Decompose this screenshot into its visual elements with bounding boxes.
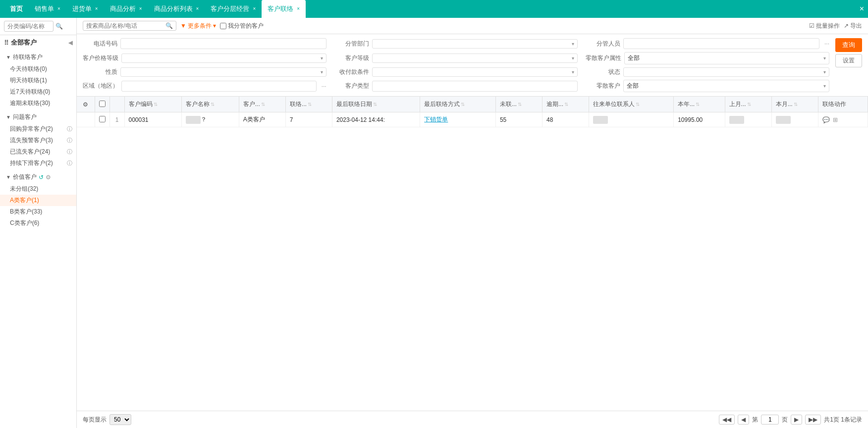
sidebar-item-tomorrow[interactable]: 明天待联络(1) [0, 75, 76, 86]
sidebar-collapse-icon[interactable]: ◀ [68, 40, 72, 46]
grid-action-icon[interactable]: ⊞ [833, 116, 838, 123]
settings-button[interactable]: 设置 [835, 54, 862, 67]
export-button[interactable]: ↗ 导出 [844, 22, 862, 30]
prev-page-button[interactable]: ◀ [738, 415, 749, 425]
nav-sales-close[interactable]: × [57, 0, 60, 18]
nav-product-analysis[interactable]: 商品分析 × [104, 0, 148, 18]
nav-product-analysis-list[interactable]: 商品分析列表 × [148, 0, 205, 18]
action-icons: 💬 ⊞ [822, 116, 864, 123]
chat-action-icon[interactable]: 💬 [822, 116, 830, 123]
nav-customer-contact[interactable]: 客户联络 × [262, 0, 306, 18]
sidebar-item-7days[interactable]: 近7天待联络(0) [0, 86, 76, 98]
col-last-contact-method[interactable]: 最后联络方式 ⇅ [420, 97, 496, 112]
department-select[interactable]: ▾ [372, 39, 578, 49]
region-input[interactable] [121, 81, 317, 92]
col-last-month[interactable]: 上月... ⇅ [725, 97, 771, 112]
my-customers-checkbox[interactable] [220, 23, 226, 29]
customer-level-label: 客户等级 [334, 54, 369, 62]
row-customer-name-cell: ？ [182, 112, 239, 127]
nav-home[interactable]: 首页 [4, 0, 29, 18]
tomorrow-contact-label: 明天待联络(1) [10, 76, 47, 85]
last-contact-method-link[interactable]: 下销货单 [424, 116, 448, 123]
col-contact[interactable]: 联络... ⇅ [285, 97, 332, 112]
next-page-button[interactable]: ▶ [791, 415, 802, 425]
search-input[interactable] [86, 22, 165, 29]
nav-product-analysis-label: 商品分析 [110, 0, 136, 18]
sidebar-item-ungrouped[interactable]: 未分组(32) [0, 183, 76, 195]
nav-customer-tier[interactable]: 客户分层经营 × [205, 0, 262, 18]
pending-contact-title[interactable]: ▼ 待联络客户 [0, 51, 76, 63]
sidebar-item-class-a[interactable]: A类客户(1) [0, 195, 76, 206]
col-customer-name[interactable]: 客户名称 ⇅ [182, 97, 239, 112]
nav-purchase[interactable]: 进货单 × [66, 0, 104, 18]
sidebar-all-customers-header[interactable]: ⠿ 全部客户 ◀ [0, 35, 76, 50]
value-customers-title[interactable]: ▼ 价值客户 ↺ ⚙ [0, 171, 76, 183]
nav-sales[interactable]: 销售单 × [29, 0, 66, 18]
last-page-button[interactable]: ▶▶ [805, 415, 821, 425]
nav-product-analysis-close[interactable]: × [139, 0, 142, 18]
nature-chevron-icon: ▾ [321, 69, 323, 75]
col-settings[interactable]: ⚙ [77, 97, 95, 112]
more-filters-button[interactable]: ▼ 更多条件 ▾ [180, 22, 216, 30]
batch-op-icon: ☑ [809, 22, 814, 29]
pending-contact-group: ▼ 待联络客户 今天待联络(0) 明天待联络(1) 近7天待联络(0) 逾期未联… [0, 50, 76, 110]
payment-select[interactable]: ▾ [372, 67, 578, 77]
select-all-checkbox[interactable] [99, 101, 106, 107]
col-overdue[interactable]: 逾期... ⇅ [542, 97, 589, 112]
price-level-select[interactable]: ▾ [121, 54, 326, 63]
col-this-year[interactable]: 本年... ⇅ [674, 97, 725, 112]
price-level-chevron-icon: ▾ [321, 55, 323, 61]
refresh-icon[interactable]: ↺ [39, 174, 44, 181]
sidebar-item-class-b[interactable]: B类客户(33) [0, 206, 76, 217]
first-page-button[interactable]: ◀◀ [719, 415, 735, 425]
contact-col-label: 联络... [290, 100, 307, 108]
query-button[interactable]: 查询 [835, 38, 862, 52]
sidebar-item-churn-warning[interactable]: 流失预警客户(3) ⓘ [0, 135, 76, 146]
footer-left: 每页显示 50 [83, 414, 131, 425]
retail-customer-select[interactable]: 全部 ▾ [623, 80, 829, 92]
row-checkbox[interactable] [99, 116, 106, 122]
nav-customer-tier-close[interactable]: × [253, 0, 256, 18]
settings-icon[interactable]: ⚙ [46, 174, 51, 181]
nature-select[interactable]: ▾ [120, 67, 326, 77]
class-c-label: C类客户(6) [10, 219, 39, 227]
filter-department: 分管部门 ▾ [334, 38, 578, 49]
nav-product-analysis-list-close[interactable]: × [196, 0, 199, 18]
sidebar-item-repurchase-abnormal[interactable]: 回购异常客户(2) ⓘ [0, 123, 76, 135]
class-b-label: B类客户(33) [10, 208, 42, 216]
col-unit-contact[interactable]: 往来单位联系人 ⇅ [589, 97, 674, 112]
filter-phone: 电话号码 [83, 38, 326, 49]
nav-customer-contact-close[interactable]: × [297, 0, 300, 18]
status-select[interactable]: ▾ [623, 67, 829, 77]
window-close-icon[interactable]: × [860, 4, 864, 13]
problem-customers-title[interactable]: ▼ 问题客户 [0, 111, 76, 123]
sidebar-item-class-c[interactable]: C类客户(6) [0, 217, 76, 229]
sidebar-item-today[interactable]: 今天待联络(0) [0, 63, 76, 75]
page-size-select[interactable]: 50 [109, 414, 131, 425]
col-customer-code[interactable]: 客户编码 ⇅ [124, 97, 182, 112]
col-this-month[interactable]: 本月... ⇅ [771, 97, 818, 112]
page-number-input[interactable] [761, 415, 779, 425]
my-customers-checkbox-label[interactable]: 我分管的客户 [220, 22, 264, 30]
nav-customer-contact-label: 客户联络 [268, 0, 293, 18]
retail-attr-chevron-icon: ▾ [823, 55, 826, 61]
customer-level-select[interactable]: ▾ [372, 54, 578, 63]
sidebar-item-overdue[interactable]: 逾期未联络(30) [0, 98, 76, 109]
sidebar-search-icon[interactable]: 🔍 [55, 23, 63, 30]
col-customer-type[interactable]: 客户... ⇅ [239, 97, 285, 112]
col-last-contact-date[interactable]: 最后联络日期 ⇅ [332, 97, 420, 112]
phone-input[interactable] [120, 38, 326, 49]
sidebar-search-input[interactable] [4, 21, 54, 32]
nav-purchase-close[interactable]: × [95, 0, 98, 18]
filter-price-level: 客户价格等级 ▾ [83, 52, 326, 64]
manager-dots-icon[interactable]: ··· [824, 40, 829, 47]
sidebar-item-churned[interactable]: 已流失客户(24) ⓘ [0, 146, 76, 158]
col-uncontacted[interactable]: 未联... ⇅ [495, 97, 542, 112]
batch-operation-button[interactable]: ☑ 批量操作 [809, 22, 840, 30]
retail-attr-select[interactable]: 全部 ▾ [624, 52, 829, 64]
manager-input[interactable] [623, 38, 819, 49]
customer-type-input[interactable] [372, 81, 578, 92]
region-dots-icon[interactable]: ··· [322, 83, 326, 90]
sidebar-item-declining[interactable]: 持续下滑客户(2) ⓘ [0, 158, 76, 169]
search-icon[interactable]: 🔍 [165, 22, 173, 29]
